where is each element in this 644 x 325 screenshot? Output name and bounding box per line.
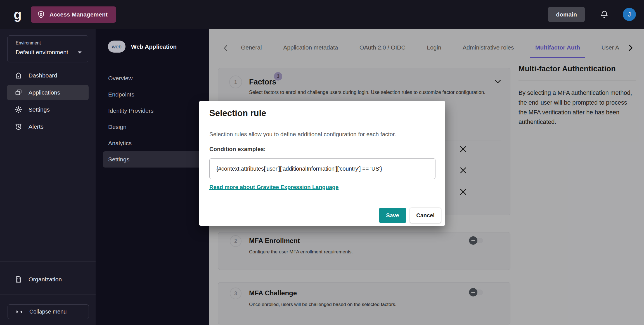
- application-title: Web Application: [131, 43, 177, 50]
- environment-label: Environment: [16, 41, 41, 46]
- appnav-item-identity-providers[interactable]: Identity Providers: [96, 103, 209, 119]
- environment-value: Default environment: [16, 49, 68, 56]
- application-sidebar: web Web Application Overview Endpoints I…: [96, 29, 209, 325]
- gravitee-logo-icon[interactable]: g: [11, 8, 24, 21]
- appnav-item-analytics[interactable]: Analytics: [96, 135, 209, 151]
- access-management-label: Access Management: [49, 11, 108, 18]
- notifications-bell-icon[interactable]: [599, 10, 609, 20]
- save-button[interactable]: Save: [379, 208, 406, 223]
- dialog-description: Selection rules allow you to define addi…: [209, 131, 396, 138]
- sidebar-item-dashboard[interactable]: Dashboard: [7, 68, 89, 83]
- sidebar-item-settings[interactable]: Settings: [7, 102, 89, 117]
- appnav-item-settings[interactable]: Settings: [103, 151, 209, 168]
- condition-input[interactable]: [209, 158, 435, 179]
- environment-selector[interactable]: Environment Default environment: [8, 36, 88, 62]
- sidebar-item-label: Dashboard: [29, 72, 57, 79]
- cancel-button[interactable]: Cancel: [410, 208, 441, 223]
- sidebar-item-label: Settings: [29, 106, 50, 113]
- apps-icon: [14, 88, 23, 97]
- sidebar-item-label: Alerts: [29, 123, 44, 130]
- caret-down-icon: [77, 50, 82, 54]
- dialog-actions: Save Cancel: [379, 208, 441, 223]
- sidebar-divider: [0, 295, 96, 295]
- top-bar: g Access Management domain J: [0, 0, 644, 29]
- alarm-icon: [14, 123, 23, 131]
- condition-examples-label: Condition examples:: [209, 146, 266, 152]
- organization-icon: [14, 275, 23, 284]
- application-nav: Overview Endpoints Identity Providers De…: [96, 70, 209, 168]
- shield-lock-icon: [37, 10, 45, 19]
- app-type-badge: web: [108, 41, 126, 53]
- collapse-icon: [16, 310, 23, 314]
- sidebar-item-applications[interactable]: Applications: [7, 85, 89, 100]
- domain-button[interactable]: domain: [548, 7, 585, 22]
- sidebar-divider: [0, 261, 96, 262]
- collapse-menu-label: Collapse menu: [29, 308, 67, 315]
- sidebar-item-organization[interactable]: Organization: [7, 272, 89, 287]
- sidebar-item-alerts[interactable]: Alerts: [7, 119, 89, 134]
- sidebar-item-label: Applications: [29, 89, 60, 96]
- selection-rule-dialog: Selection rule Selection rules allow you…: [199, 101, 445, 226]
- organization-label: Organization: [29, 276, 62, 283]
- access-management-button[interactable]: Access Management: [31, 6, 116, 23]
- collapse-menu-button[interactable]: Collapse menu: [8, 304, 89, 319]
- expression-language-link[interactable]: Read more about Gravitee Expression Lang…: [209, 184, 338, 190]
- appnav-item-design[interactable]: Design: [96, 119, 209, 135]
- dialog-title: Selection rule: [209, 108, 266, 118]
- topbar-right-group: domain J: [548, 7, 644, 22]
- primary-nav: Dashboard Applications S: [7, 68, 89, 136]
- user-avatar[interactable]: J: [623, 8, 636, 21]
- appnav-item-overview[interactable]: Overview: [96, 70, 209, 86]
- avatar-initial: J: [628, 11, 631, 18]
- appnav-item-endpoints[interactable]: Endpoints: [96, 86, 209, 103]
- app-window: g Access Management domain J: [0, 0, 644, 325]
- application-header: web Web Application: [108, 41, 177, 53]
- primary-sidebar: Environment Default environment Dashboar…: [0, 29, 96, 325]
- home-icon: [14, 71, 23, 80]
- gear-icon: [14, 105, 23, 114]
